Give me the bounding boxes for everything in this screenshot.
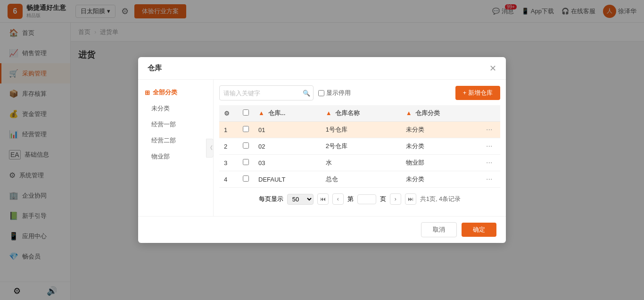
row-checkbox[interactable]	[243, 142, 249, 149]
search-icon: 🔍	[303, 90, 310, 97]
row-category: 物业部	[401, 155, 481, 171]
row-code: 03	[254, 155, 321, 171]
dialog-title: 仓库	[148, 64, 162, 73]
table-row[interactable]: 1 01 1号仓库 未分类 ···	[219, 122, 500, 138]
row-code: 02	[254, 138, 321, 155]
row-code: DEFAULT	[254, 171, 321, 188]
row-num: 2	[219, 138, 238, 155]
row-name: 水	[321, 155, 401, 171]
row-checkbox[interactable]	[243, 126, 249, 132]
row-checkbox-cell	[238, 155, 254, 171]
th-checkbox	[238, 105, 254, 122]
collapse-sidebar-btn[interactable]: 《	[206, 139, 214, 158]
category-item-unclassified[interactable]: 未分类	[138, 100, 213, 117]
row-category: 未分类	[401, 171, 481, 188]
category-item-ops2[interactable]: 经营二部	[138, 133, 213, 149]
page-label: 第	[347, 195, 354, 203]
page-size-select[interactable]: 50 20 100	[287, 194, 314, 205]
th-code[interactable]: ▲ 仓库...	[254, 105, 321, 122]
row-more[interactable]: ···	[481, 138, 500, 155]
table-row[interactable]: 3 03 水 物业部 ···	[219, 155, 500, 171]
th-category[interactable]: ▲ 仓库分类	[401, 105, 481, 122]
row-checkbox[interactable]	[243, 175, 249, 182]
dialog-main: 🔍 显示停用 + 新增仓库 ⚙	[214, 80, 506, 216]
row-category: 未分类	[401, 138, 481, 155]
table-header: ⚙ ▲ 仓库... ▲	[219, 105, 500, 122]
sort-icon2: ▲	[326, 109, 332, 117]
dialog-toolbar: 🔍 显示停用 + 新增仓库	[219, 85, 500, 100]
show-disabled-checkbox[interactable]	[318, 90, 324, 96]
row-num: 3	[219, 155, 238, 171]
row-checkbox[interactable]	[243, 159, 249, 165]
prev-page-btn[interactable]: ‹	[332, 193, 344, 205]
row-num: 4	[219, 171, 238, 188]
select-all-checkbox[interactable]	[243, 109, 249, 116]
dialog-body: ⊞ 全部分类 未分类 经营一部 经营二部 物业部 《 🔍	[138, 80, 506, 216]
row-code: 01	[254, 122, 321, 138]
last-page-btn[interactable]: ⏭	[405, 193, 416, 205]
cancel-button[interactable]: 取消	[421, 222, 457, 237]
row-more[interactable]: ···	[481, 171, 500, 188]
table-row[interactable]: 2 02 2号仓库 未分类 ···	[219, 138, 500, 155]
row-more[interactable]: ···	[481, 122, 500, 138]
dialog-header: 仓库 ✕	[138, 57, 506, 80]
modal-overlay[interactable]: 仓库 ✕ ⊞ 全部分类 未分类 经营一部 经营二部 物业部 《	[0, 0, 644, 300]
table-body: 1 01 1号仓库 未分类 ··· 2	[219, 122, 500, 188]
dialog-sidebar: ⊞ 全部分类 未分类 经营一部 经营二部 物业部 《	[138, 80, 214, 216]
table-container: ⚙ ▲ 仓库... ▲	[219, 105, 500, 188]
page-suffix: 页	[380, 195, 386, 203]
all-categories-label: 全部分类	[153, 88, 177, 97]
row-checkbox-cell	[238, 122, 254, 138]
pagination: 每页显示 50 20 100 ⏮ ‹ 第 1 页 › ⏭ 共1页, 4条记录	[219, 188, 500, 210]
th-settings: ⚙	[219, 105, 238, 122]
first-page-btn[interactable]: ⏮	[317, 193, 329, 205]
show-disabled-label[interactable]: 显示停用	[318, 89, 351, 97]
close-icon[interactable]: ✕	[489, 64, 496, 73]
row-name: 1号仓库	[321, 122, 401, 138]
all-categories[interactable]: ⊞ 全部分类	[138, 84, 213, 100]
add-warehouse-button[interactable]: + 新增仓库	[455, 86, 500, 100]
search-box: 🔍	[219, 85, 314, 100]
th-name[interactable]: ▲ 仓库名称	[321, 105, 401, 122]
page-input[interactable]: 1	[357, 194, 376, 204]
row-name: 2号仓库	[321, 138, 401, 155]
dialog-footer: 取消 确定	[138, 216, 506, 243]
warehouse-dialog: 仓库 ✕ ⊞ 全部分类 未分类 经营一部 经营二部 物业部 《	[138, 57, 506, 243]
category-item-ops1[interactable]: 经营一部	[138, 117, 213, 133]
row-name: 总仓	[321, 171, 401, 188]
row-num: 1	[219, 122, 238, 138]
row-checkbox-cell	[238, 138, 254, 155]
grid-icon: ⊞	[145, 89, 150, 96]
sort-icon: ▲	[258, 109, 264, 117]
row-more[interactable]: ···	[481, 155, 500, 171]
per-page-label: 每页显示	[259, 195, 283, 203]
category-item-property[interactable]: 物业部	[138, 149, 213, 165]
next-page-btn[interactable]: ›	[390, 193, 401, 205]
page-total: 共1页, 4条记录	[420, 195, 461, 203]
th-actions	[481, 105, 500, 122]
row-category: 未分类	[401, 122, 481, 138]
search-input[interactable]	[223, 90, 303, 97]
warehouse-table: ⚙ ▲ 仓库... ▲	[219, 105, 500, 188]
sort-icon3: ▲	[406, 109, 412, 117]
gear-icon: ⚙	[224, 110, 230, 117]
row-checkbox-cell	[238, 171, 254, 188]
confirm-button[interactable]: 确定	[462, 223, 496, 237]
table-row[interactable]: 4 DEFAULT 总仓 未分类 ···	[219, 171, 500, 188]
